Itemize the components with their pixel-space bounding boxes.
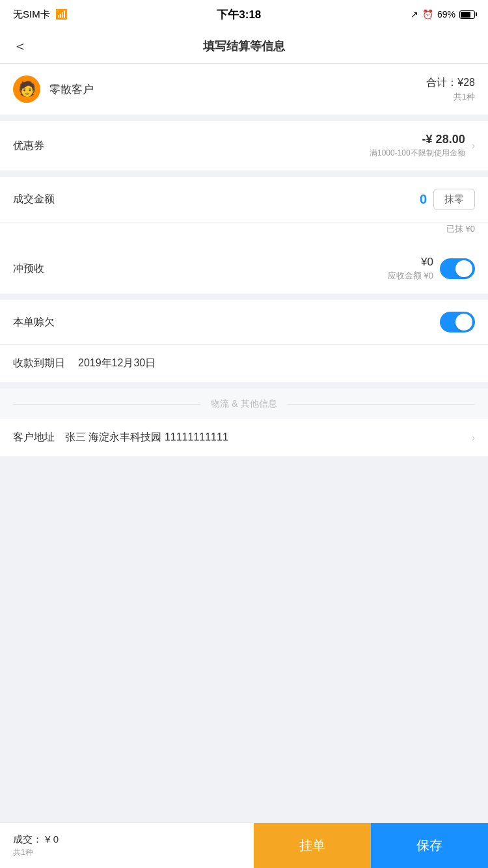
hang-label: 挂单 (299, 837, 325, 854)
total-count: 共1种 (426, 91, 475, 103)
coupon-chevron-icon: › (472, 140, 475, 152)
debt-label: 本单赊欠 (13, 316, 55, 329)
deal-value: ¥ 0 (45, 834, 59, 845)
battery-icon (459, 10, 475, 19)
customer-avatar: 🧑 (13, 75, 40, 103)
transaction-value: 0 (420, 192, 427, 207)
save-button[interactable]: 保存 (371, 823, 488, 869)
logistics-header: 物流 & 其他信息 (0, 388, 488, 419)
avatar-icon: 🧑 (18, 81, 36, 98)
alarm-icon: ⏰ (422, 9, 433, 20)
status-bar: 无SIM卡 📶 下午3:18 ↗ ⏰ 69% (0, 0, 488, 29)
main-content: 🧑 零散客户 合计：¥28 共1种 优惠券 -¥ 28.00 满1000-100… (0, 64, 488, 645)
debt-toggle-knob (455, 314, 472, 331)
customer-name: 零散客户 (49, 82, 94, 97)
address-value: 张三 海淀永丰科技园 11111111111 (65, 431, 461, 444)
address-card[interactable]: 客户地址 张三 海淀永丰科技园 11111111111 › (0, 419, 488, 456)
bottom-info: 成交： ¥ 0 共1种 (0, 834, 254, 858)
status-time: 下午3:18 (217, 7, 261, 22)
save-label: 保存 (416, 837, 442, 854)
customer-card: 🧑 零散客户 合计：¥28 共1种 (0, 64, 488, 115)
debt-row: 本单赊欠 (0, 300, 488, 344)
transaction-section: 成交金额 0 抹零 已抹 ¥0 冲预收 ¥0 应收金额 ¥0 (0, 177, 488, 293)
charge-sub: 应收金额 ¥0 (388, 270, 433, 282)
due-date-value: 2019年12月30日 (78, 357, 156, 370)
empty-area (0, 463, 488, 593)
coupon-description: 满1000-100不限制使用金额 (370, 148, 465, 159)
logistics-section: 物流 & 其他信息 (0, 388, 488, 419)
back-button[interactable]: ＜ (13, 36, 27, 56)
location-icon: ↗ (411, 9, 418, 20)
wifi-icon: 📶 (55, 8, 68, 20)
network-label: 无SIM卡 (13, 8, 50, 21)
bottom-count: 共1种 (13, 847, 241, 858)
toggle-knob (455, 260, 472, 277)
address-row[interactable]: 客户地址 张三 海淀永丰科技园 11111111111 › (0, 419, 488, 456)
address-label: 客户地址 (13, 431, 55, 444)
bottom-deal-row: 成交： ¥ 0 (13, 834, 241, 846)
coupon-label: 优惠券 (13, 139, 44, 153)
customer-row: 🧑 零散客户 合计：¥28 共1种 (0, 64, 488, 115)
debt-toggle[interactable] (440, 312, 475, 332)
charge-toggle[interactable] (440, 258, 475, 279)
deal-label: 成交： (13, 834, 42, 845)
coupon-card[interactable]: 优惠券 -¥ 28.00 满1000-100不限制使用金额 › (0, 121, 488, 170)
address-chevron-icon: › (472, 432, 475, 444)
due-date-label: 收款到期日 (13, 357, 65, 370)
due-date-row: 收款到期日 2019年12月30日 (0, 344, 488, 382)
charge-row: 冲预收 ¥0 应收金额 ¥0 (0, 244, 488, 293)
bottom-bar: 成交： ¥ 0 共1种 挂单 保存 (0, 822, 488, 868)
debt-section: 本单赊欠 收款到期日 2019年12月30日 (0, 300, 488, 382)
coupon-discount: -¥ 28.00 (370, 133, 465, 146)
transaction-row: 成交金额 0 抹零 (0, 177, 488, 223)
logistics-label: 物流 & 其他信息 (200, 398, 287, 410)
round-button[interactable]: 抹零 (433, 189, 475, 210)
hang-button[interactable]: 挂单 (254, 823, 371, 869)
total-amount: 合计：¥28 (426, 76, 475, 90)
charge-amount: ¥0 (388, 256, 433, 269)
transaction-sub: 已抹 ¥0 (446, 224, 475, 234)
coupon-row[interactable]: 优惠券 -¥ 28.00 满1000-100不限制使用金额 › (0, 121, 488, 170)
nav-bar: ＜ 填写结算等信息 (0, 29, 488, 64)
charge-label: 冲预收 (13, 262, 44, 276)
battery-percent: 69% (437, 9, 455, 20)
transaction-label: 成交金额 (13, 193, 55, 206)
page-title: 填写结算等信息 (203, 38, 285, 54)
